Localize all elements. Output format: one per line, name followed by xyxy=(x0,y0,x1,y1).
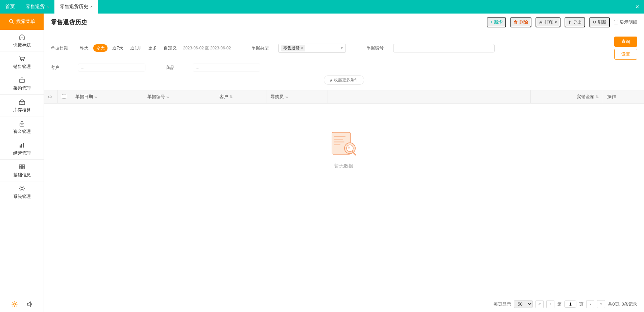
sidebar-item-system[interactable]: 系统管理 xyxy=(0,181,44,203)
th-guide[interactable]: 导购员 ⇅ xyxy=(266,90,328,104)
doc-type-tag-close[interactable]: × xyxy=(301,46,303,50)
display-detail-label: 显示明细 xyxy=(620,19,637,25)
sidebar-item-quick-nav-label: 快捷导航 xyxy=(13,42,31,48)
sidebar-item-operations[interactable]: 经营管理 xyxy=(0,138,44,160)
th-doc-no-label: 单据编号 xyxy=(147,94,165,99)
tab-retail-return-history[interactable]: 零售退货历史 × xyxy=(54,0,98,14)
collapse-row: ∧ 收起更多条件 xyxy=(51,75,637,85)
tab-retail-return-close[interactable]: × xyxy=(47,4,49,9)
query-button[interactable]: 查询 xyxy=(614,37,637,47)
export-icon: ⬆ xyxy=(568,20,572,25)
last-page-button[interactable]: » xyxy=(597,300,605,308)
tab-retail-return-label: 零售退货 xyxy=(26,4,45,10)
sort-customer-icon: ⇅ xyxy=(230,95,233,99)
svg-rect-10 xyxy=(21,144,22,148)
print-icon: 🖨 xyxy=(539,20,543,25)
svg-rect-20 xyxy=(334,136,345,137)
doc-type-chevron-icon: ▾ xyxy=(341,46,343,50)
window-close-button[interactable]: × xyxy=(630,0,644,14)
sidebar-settings-icon[interactable] xyxy=(10,299,19,309)
query-buttons: 查询 设置 xyxy=(614,37,637,60)
prev-page-button[interactable]: ‹ xyxy=(546,300,554,308)
export-button[interactable]: ⬆ 导出 xyxy=(565,17,585,27)
filter-row-1: 单据日期 昨天 今天 近7天 近1月 更多 自定义 2023-06-02 至 2… xyxy=(51,37,637,60)
collapse-up-icon: ∧ xyxy=(330,78,333,83)
th-doc-no[interactable]: 单据编号 ⇅ xyxy=(143,90,215,104)
sort-guide-icon: ⇅ xyxy=(285,95,288,99)
th-customer-label: 客户 xyxy=(219,94,228,99)
settings-icon: ⚙ xyxy=(48,94,52,99)
sidebar-search[interactable]: 搜索菜单 xyxy=(0,14,44,30)
date-btn-yesterday[interactable]: 昨天 xyxy=(78,44,91,52)
sort-amount-icon: ⇅ xyxy=(596,95,599,99)
chart-icon xyxy=(18,141,26,149)
print-chevron-icon: ▾ xyxy=(555,20,557,25)
sidebar-volume-icon[interactable] xyxy=(25,299,34,309)
customer-select[interactable]: ... xyxy=(78,64,145,71)
svg-rect-21 xyxy=(334,139,343,140)
th-amount[interactable]: 实销金额 ⇅ xyxy=(531,90,603,104)
doc-type-select[interactable]: 零售退货 × ▾ xyxy=(278,44,346,53)
print-button[interactable]: 🖨 打印 ▾ xyxy=(535,17,560,27)
filter-settings-button[interactable]: 设置 xyxy=(614,49,637,60)
svg-point-27 xyxy=(348,147,350,149)
sidebar-item-quick-nav[interactable]: 快捷导航 xyxy=(0,30,44,51)
filter-area: 单据日期 昨天 今天 近7天 近1月 更多 自定义 2023-06-02 至 2… xyxy=(44,31,644,90)
svg-marker-18 xyxy=(27,302,30,307)
page-number-input[interactable] xyxy=(564,300,576,308)
svg-rect-13 xyxy=(22,165,25,166)
goods-placeholder: ... xyxy=(196,65,199,70)
first-page-button[interactable]: « xyxy=(535,300,544,308)
delete-button[interactable]: 🗑 删除 xyxy=(510,17,531,27)
doc-no-filter-label: 单据编号 xyxy=(366,45,386,51)
sidebar-item-sales-mgmt-label: 销售管理 xyxy=(13,64,31,70)
new-button[interactable]: + 新增 xyxy=(487,17,506,27)
date-btn-7days[interactable]: 近7天 xyxy=(110,44,125,52)
sidebar-item-finance[interactable]: 资金管理 xyxy=(0,116,44,138)
header-actions: + 新增 🗑 删除 🖨 打印 ▾ ⬆ 导出 ↻ 刷新 xyxy=(487,17,637,27)
tab-retail-return-history-close[interactable]: × xyxy=(90,4,93,9)
table-header: ⚙ 单据日期 ⇅ 单据编号 ⇅ xyxy=(44,90,644,104)
select-all-checkbox[interactable] xyxy=(62,94,66,98)
tab-home[interactable]: 首页 xyxy=(0,0,20,14)
sidebar-item-basic-info[interactable]: 基础信息 xyxy=(0,160,44,181)
page-label: 第 xyxy=(557,301,562,307)
svg-point-25 xyxy=(347,145,353,152)
sidebar-item-inventory-label: 库存核算 xyxy=(13,107,31,113)
data-table: ⚙ 单据日期 ⇅ 单据编号 ⇅ xyxy=(44,90,644,196)
empty-text: 暂无数据 xyxy=(334,163,353,169)
date-btn-today[interactable]: 今天 xyxy=(93,44,108,52)
svg-rect-12 xyxy=(19,165,22,166)
sidebar-item-inventory[interactable]: 库存核算 xyxy=(0,95,44,116)
th-customer[interactable]: 客户 ⇅ xyxy=(215,90,266,104)
date-btn-more[interactable]: 更多 xyxy=(146,44,159,52)
date-btn-1month[interactable]: 近1月 xyxy=(128,44,143,52)
svg-point-8 xyxy=(21,124,22,125)
display-detail-checkbox[interactable]: 显示明细 xyxy=(614,19,637,25)
doc-no-input[interactable] xyxy=(393,44,495,52)
svg-rect-11 xyxy=(23,143,24,148)
page-size-select[interactable]: 20 50 100 xyxy=(514,300,533,308)
th-doc-date[interactable]: 单据日期 ⇅ xyxy=(71,90,143,104)
sidebar-item-purchase-mgmt[interactable]: 采购管理 xyxy=(0,73,44,95)
goods-select[interactable]: ... xyxy=(193,64,260,71)
total-records: 共0页, 0条记录 xyxy=(608,301,637,307)
sidebar-search-label: 搜索菜单 xyxy=(16,19,35,25)
th-settings[interactable]: ⚙ xyxy=(44,90,57,104)
th-checkbox[interactable] xyxy=(57,90,71,104)
th-spacer xyxy=(328,90,531,104)
sidebar-item-finance-label: 资金管理 xyxy=(13,129,31,135)
collapse-button[interactable]: ∧ 收起更多条件 xyxy=(324,75,364,85)
date-btn-custom[interactable]: 自定义 xyxy=(162,44,179,52)
date-range-display: 2023-06-02 至 2023-06-02 xyxy=(183,45,231,51)
sidebar-item-sales-mgmt[interactable]: 销售管理 xyxy=(0,51,44,73)
empty-state: 暂无数据 xyxy=(44,104,644,196)
refresh-button[interactable]: ↻ 刷新 xyxy=(589,17,610,27)
main-layout: 搜索菜单 快捷导航 销售管理 xyxy=(0,14,644,312)
cart-icon xyxy=(18,55,26,62)
next-page-button[interactable]: › xyxy=(586,300,594,308)
page-header: 零售退货历史 + 新增 🗑 删除 🖨 打印 ▾ ⬆ 导出 ↻ xyxy=(44,14,644,31)
box-icon xyxy=(18,76,26,84)
display-detail-input[interactable] xyxy=(614,20,618,24)
tab-retail-return[interactable]: 零售退货 × xyxy=(20,0,54,14)
